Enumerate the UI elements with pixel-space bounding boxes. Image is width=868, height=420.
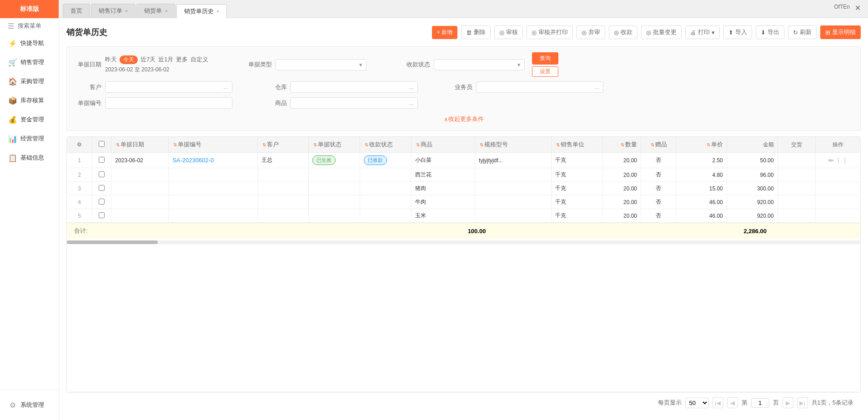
col-amount: 金额 (727, 137, 778, 153)
collect-button[interactable]: ◎ 收款 (609, 25, 637, 39)
tabs-bar: 首页 销售订单 × 销货单 × 销货单历史 × ✕ OfTEn (59, 0, 868, 18)
staff-ellipsis[interactable]: ... (594, 84, 599, 90)
review-print-button[interactable]: ◎ 审核并打印 (527, 25, 573, 39)
cell-checkbox[interactable] (92, 153, 111, 168)
cell-pay-status: 已收款 (360, 153, 411, 168)
sidebar: 标准版 ☰ 搜索菜单 ⚡ 快捷导航 🛒 销售管理 🏠 采购管理 📦 库存核算 💰… (0, 0, 59, 420)
col-gift[interactable]: ⇅赠品 (641, 137, 676, 153)
first-page-btn[interactable]: |◀ (712, 397, 723, 408)
filter-collapse-btn[interactable]: ∧ 收起更多条件 (74, 113, 853, 125)
col-spec[interactable]: ⇅规格型号 (475, 137, 552, 153)
sidebar-item-finance[interactable]: 💰 资金管理 (0, 110, 59, 129)
warehouse-ellipsis[interactable]: ... (409, 84, 414, 90)
col-customer[interactable]: ⇅客户 (257, 137, 308, 153)
sidebar-item-purchase-mgmt[interactable]: 🏠 采购管理 (0, 72, 59, 91)
filter-pay-status: 收款状态 ▾ 查询 设置 (403, 52, 558, 77)
sidebar-item-inventory[interactable]: 📦 库存核算 (0, 91, 59, 110)
type-select[interactable] (280, 61, 359, 68)
col-unit[interactable]: ⇅销售单位 (551, 137, 602, 153)
refresh-button[interactable]: ↻ 刷新 (788, 25, 817, 39)
horizontal-scrollbar[interactable] (67, 240, 860, 244)
col-price[interactable]: ⇅单价 (676, 137, 727, 153)
shortcut-custom[interactable]: 自定义 (191, 55, 208, 64)
docno-link[interactable]: SA-20230602-0 (172, 157, 214, 164)
tab-sales-goods[interactable]: 销货单 × (136, 4, 175, 18)
edit-action[interactable]: ✏ (828, 157, 834, 164)
last-page-btn[interactable]: ▶| (797, 397, 808, 408)
more-action[interactable]: ⋮⋮ (835, 157, 848, 164)
print-button[interactable]: 🖨 打印 ▾ (685, 25, 720, 39)
import-button[interactable]: ⬆ 导入 (723, 25, 752, 39)
review-button[interactable]: ◎ 审核 (494, 25, 523, 39)
sidebar-item-quick-nav[interactable]: ⚡ 快捷导航 (0, 34, 59, 53)
settings-button[interactable]: 设置 (532, 66, 558, 77)
sidebar-item-sales-mgmt[interactable]: 🛒 销售管理 (0, 53, 59, 72)
shortcut-yesterday[interactable]: 昨天 (105, 55, 117, 64)
sidebar-item-basic-info[interactable]: 📋 基础信息 (0, 148, 59, 167)
query-button[interactable]: 查询 (532, 52, 558, 65)
goods-ellipsis[interactable]: ... (409, 100, 414, 106)
sort-goods-icon: ⇅ (416, 142, 420, 147)
tab-sales-history-close[interactable]: × (216, 9, 219, 14)
tab-sales-goods-close[interactable]: × (165, 8, 167, 14)
cell-doc-status (308, 195, 360, 209)
cell-num: 1 (67, 153, 92, 168)
review-print-icon: ◎ (532, 29, 537, 36)
cell-checkbox[interactable] (92, 209, 111, 223)
tab-home[interactable]: 首页 (63, 4, 90, 18)
window-close-button[interactable]: ✕ (855, 4, 861, 12)
col-date[interactable]: ⇅单据日期 (111, 137, 169, 153)
export-button[interactable]: ⬇ 导出 (756, 25, 784, 39)
delete-button[interactable]: 🗑 删除 (461, 25, 491, 39)
filter-docno: 单据编号 (74, 97, 232, 109)
col-docno[interactable]: ⇅单据编号 (169, 137, 258, 153)
sidebar-item-search-menu[interactable]: ☰ 搜索菜单 (0, 18, 59, 34)
toolbar: + 新增 🗑 删除 ◎ 审核 ◎ 审核并打印 ◎ 弃审 (432, 25, 861, 39)
page-number-input[interactable] (751, 398, 769, 408)
scrollbar-thumb[interactable] (67, 240, 158, 244)
col-gear[interactable]: ⚙ (67, 137, 92, 153)
warehouse-input-container: ... (291, 81, 418, 93)
col-goods[interactable]: ⇅商品 (411, 137, 475, 153)
date-shortcuts-container: 昨天 今天 近7天 近1月 更多 自定义 2023-06-02 至 2023-0… (105, 55, 208, 74)
warehouse-input[interactable] (295, 84, 407, 90)
shortcut-1month[interactable]: 近1月 (158, 55, 173, 64)
goods-input[interactable] (295, 100, 407, 106)
shortcut-more[interactable]: 更多 (176, 55, 188, 64)
cell-checkbox[interactable] (92, 195, 111, 209)
prev-page-btn[interactable]: ◀ (727, 397, 738, 408)
tab-sales-history[interactable]: 销货单历史 × (176, 4, 227, 18)
col-doc-status[interactable]: ⇅单据状态 (308, 137, 360, 153)
select-all-checkbox[interactable] (99, 141, 105, 147)
customer-ellipsis[interactable]: ... (223, 84, 228, 90)
show-detail-button[interactable]: ⊞ 显示明细 (820, 25, 861, 39)
cell-price: 15.00 (676, 182, 727, 195)
batch-change-button[interactable]: ◎ 批量变更 (641, 25, 682, 39)
staff-input[interactable] (480, 84, 592, 90)
customer-input[interactable] (109, 84, 221, 90)
docno-input[interactable] (105, 97, 232, 109)
abandon-button[interactable]: ◎ 弃审 (577, 25, 605, 39)
cell-goods: 西兰花 (411, 168, 475, 182)
pay-status-select[interactable] (438, 61, 517, 68)
add-button[interactable]: + 新增 (432, 26, 457, 39)
col-pay-status[interactable]: ⇅收款状态 (360, 137, 411, 153)
shortcut-today[interactable]: 今天 (120, 55, 138, 64)
sidebar-item-system[interactable]: ⚙ 系统管理 (0, 395, 59, 415)
col-checkbox[interactable] (92, 137, 111, 153)
next-page-btn[interactable]: ▶ (783, 397, 793, 408)
cell-trans (778, 209, 816, 223)
per-page-select[interactable]: 50 100 200 (685, 398, 709, 408)
cell-checkbox[interactable] (92, 182, 111, 195)
shortcut-7days[interactable]: 近7天 (140, 55, 156, 64)
sidebar-item-operations[interactable]: 📊 经营管理 (0, 129, 59, 148)
tab-sales-order[interactable]: 销售订单 × (91, 4, 135, 18)
tab-sales-order-close[interactable]: × (125, 8, 128, 14)
col-qty[interactable]: ⇅数量 (603, 137, 641, 153)
cell-price: 46.00 (676, 195, 727, 209)
sort-customer-icon: ⇅ (262, 142, 266, 147)
page-title: 销货单历史 (66, 27, 107, 38)
pay-status-dropdown-icon: ▾ (517, 61, 521, 68)
cell-checkbox[interactable] (92, 168, 111, 182)
refresh-icon: ↻ (793, 29, 798, 36)
